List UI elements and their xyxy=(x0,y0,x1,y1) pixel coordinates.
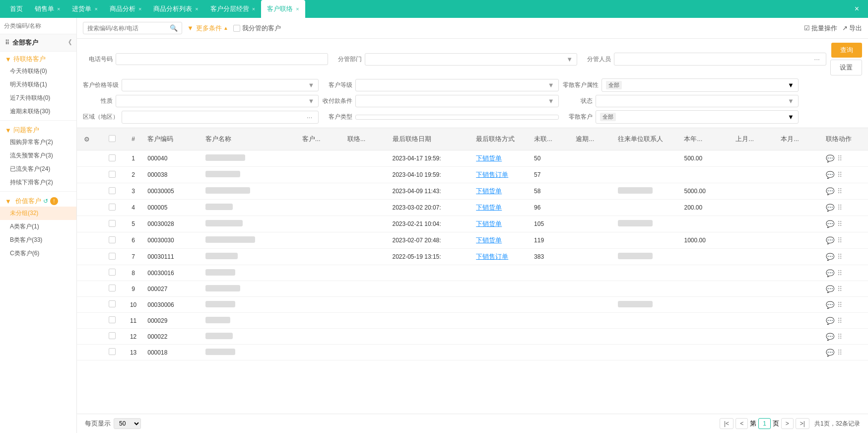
more-action-icon[interactable]: ⠿ xyxy=(837,187,842,195)
row-checkbox[interactable] xyxy=(109,171,116,178)
row-checkbox[interactable] xyxy=(109,253,116,260)
row-checkbox[interactable] xyxy=(109,316,116,323)
chat-icon[interactable]: 💬 xyxy=(826,236,834,244)
table-cell[interactable] xyxy=(103,249,122,265)
search-icon[interactable]: 🔍 xyxy=(170,24,178,32)
prev-page-btn[interactable]: < xyxy=(735,418,748,429)
sidebar-item-type-a[interactable]: A类客户(1) xyxy=(0,220,76,233)
th-settings[interactable]: ⚙ xyxy=(77,128,103,150)
search-input[interactable] xyxy=(87,25,170,32)
home-tab[interactable]: 首页 xyxy=(4,4,29,13)
select-all-checkbox[interactable] xyxy=(109,135,116,142)
chat-icon[interactable]: 💬 xyxy=(826,317,834,325)
last-type-link[interactable]: 下销货单 xyxy=(476,236,502,244)
row-checkbox[interactable] xyxy=(109,269,116,276)
tab-customer-contact[interactable]: 客户联络 × xyxy=(261,0,305,18)
ellipsis-icon[interactable]: ··· xyxy=(812,55,822,63)
close-tab-segmentation[interactable]: × xyxy=(252,6,255,12)
first-page-btn[interactable]: |< xyxy=(720,418,734,429)
row-checkbox[interactable] xyxy=(109,220,116,227)
adv-select-region[interactable]: ··· xyxy=(122,111,319,124)
adv-select-customer-type[interactable] xyxy=(355,115,558,120)
last-contact-type-cell[interactable]: 下销货单 xyxy=(473,150,531,167)
sidebar-item-churned[interactable]: 已流失客户(24) xyxy=(0,162,76,176)
chat-icon[interactable]: 💬 xyxy=(826,301,834,309)
table-cell[interactable] xyxy=(103,183,122,200)
more-action-icon[interactable]: ⠿ xyxy=(837,236,842,244)
th-customer-name[interactable]: 客户名称 xyxy=(202,128,299,150)
adv-select-price-level[interactable]: ▼ xyxy=(122,79,319,91)
last-type-link[interactable]: 下销售订单 xyxy=(476,171,508,178)
th-customer-type[interactable]: 客户... xyxy=(299,128,344,150)
more-action-icon[interactable]: ⠿ xyxy=(837,171,842,179)
adv-select-retail-attr[interactable]: 全部 ▼ xyxy=(601,78,799,92)
nav-close-button[interactable]: × xyxy=(850,4,864,13)
sidebar-item-ungrouped[interactable]: 未分组(32) xyxy=(0,207,76,220)
more-action-icon[interactable]: ⠿ xyxy=(837,317,842,325)
th-last-contact-date[interactable]: 最后联络日期 xyxy=(390,128,473,150)
more-action-icon[interactable]: ⠿ xyxy=(837,253,842,261)
table-cell[interactable] xyxy=(103,345,122,361)
last-type-link[interactable]: 下销售订单 xyxy=(476,253,508,260)
table-cell[interactable] xyxy=(103,150,122,167)
per-page-select[interactable]: 50 20 100 xyxy=(114,418,141,429)
last-contact-type-cell[interactable]: 下销售订单 xyxy=(473,249,531,265)
th-this-year[interactable]: 本年... xyxy=(681,128,733,150)
tab-product-analysis[interactable]: 商品分析 × xyxy=(104,0,147,18)
table-cell[interactable] xyxy=(103,232,122,249)
adv-select-customer-level[interactable]: ▼ xyxy=(355,79,558,91)
row-checkbox[interactable] xyxy=(109,154,116,161)
adv-input-phone[interactable] xyxy=(116,53,328,65)
ellipsis-icon-2[interactable]: ··· xyxy=(305,113,315,121)
table-cell[interactable] xyxy=(103,216,122,232)
my-customers-checkbox[interactable]: 我分管的客户 xyxy=(233,24,281,33)
sidebar-item-declining[interactable]: 持续下滑客户(2) xyxy=(0,176,76,189)
close-tab-purchase[interactable]: × xyxy=(94,6,97,12)
chat-icon[interactable]: 💬 xyxy=(826,204,834,212)
table-cell[interactable] xyxy=(103,281,122,297)
more-action-icon[interactable]: ⠿ xyxy=(837,154,842,162)
row-checkbox[interactable] xyxy=(109,348,116,355)
last-contact-type-cell[interactable] xyxy=(473,345,531,361)
last-contact-type-cell[interactable] xyxy=(473,297,531,313)
table-cell[interactable] xyxy=(103,297,122,313)
next-page-btn[interactable]: > xyxy=(781,418,794,429)
last-contact-type-cell[interactable]: 下销售订单 xyxy=(473,167,531,183)
more-action-icon[interactable]: ⠿ xyxy=(837,333,842,341)
sidebar-item-type-b[interactable]: B类客户(33) xyxy=(0,233,76,247)
table-cell[interactable] xyxy=(103,265,122,281)
chat-icon[interactable]: 💬 xyxy=(826,220,834,228)
adv-select-dept[interactable]: ▼ xyxy=(365,53,577,66)
last-type-link[interactable]: 下销货单 xyxy=(476,187,502,195)
last-contact-type-cell[interactable]: 下销货单 xyxy=(473,183,531,200)
last-page-btn[interactable]: >| xyxy=(796,418,809,429)
table-cell[interactable] xyxy=(103,329,122,345)
th-customer-code[interactable]: 客户编码 xyxy=(144,128,202,150)
chat-icon[interactable]: 💬 xyxy=(826,171,834,179)
th-last-month[interactable]: 上月... xyxy=(733,128,778,150)
sidebar-search-input[interactable] xyxy=(4,22,77,29)
group-pending-contact[interactable]: ▼ 待联络客户 xyxy=(0,52,76,65)
close-tab-product-analysis[interactable]: × xyxy=(138,6,141,12)
more-action-icon[interactable]: ⠿ xyxy=(837,349,842,357)
chat-icon[interactable]: 💬 xyxy=(826,349,834,357)
query-button[interactable]: 查询 xyxy=(831,43,862,58)
sidebar-item-today-pending[interactable]: 今天待联络(0) xyxy=(0,65,76,78)
chat-icon[interactable]: 💬 xyxy=(826,269,834,277)
adv-select-payment[interactable]: ▼ xyxy=(355,95,558,107)
adv-select-manager[interactable]: ··· xyxy=(614,53,826,66)
more-action-icon[interactable]: ⠿ xyxy=(837,220,842,228)
last-contact-type-cell[interactable]: 下销货单 xyxy=(473,232,531,249)
last-contact-type-cell[interactable] xyxy=(473,313,531,329)
th-this-month[interactable]: 本月... xyxy=(778,128,823,150)
adv-select-status[interactable]: ▼ xyxy=(596,95,799,107)
row-checkbox[interactable] xyxy=(109,187,116,194)
more-conditions-btn[interactable]: ▼ 更多条件 ▲ xyxy=(187,24,228,33)
chat-icon[interactable]: 💬 xyxy=(826,154,834,162)
row-checkbox[interactable] xyxy=(109,285,116,291)
row-checkbox[interactable] xyxy=(109,332,116,339)
last-contact-type-cell[interactable]: 下销货单 xyxy=(473,200,531,216)
row-checkbox[interactable] xyxy=(109,204,116,211)
adv-select-nature[interactable]: ▼ xyxy=(116,95,319,107)
chat-icon[interactable]: 💬 xyxy=(826,187,834,195)
